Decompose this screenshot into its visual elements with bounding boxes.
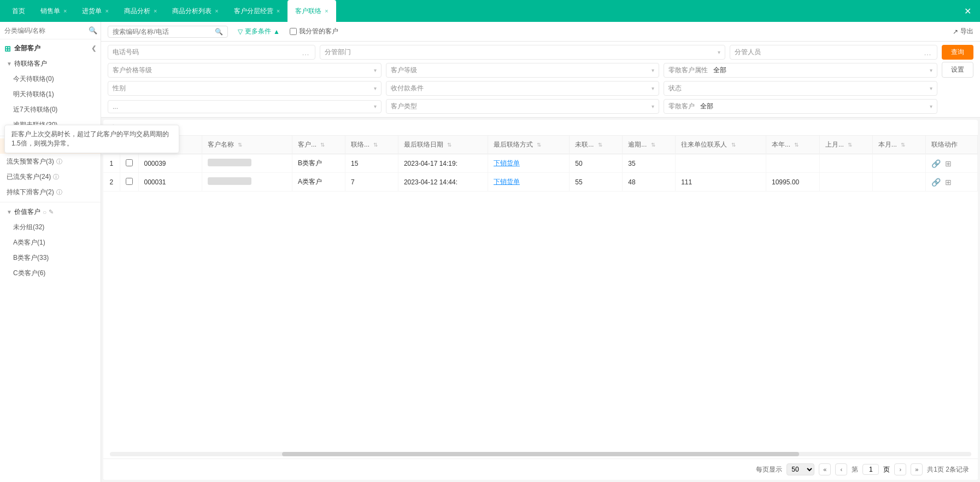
cell-checkbox-2[interactable] [120, 173, 138, 191]
th-contact-person[interactable]: 往来单位联系人 ⇅ [676, 136, 766, 154]
th-overdue[interactable]: 逾期... ⇅ [623, 136, 676, 154]
close-contact-tab[interactable]: × [325, 8, 328, 14]
table-scroll-wrapper[interactable]: 客户编码 ⇅ 客户名称 ⇅ 客户... ⇅ [103, 136, 978, 451]
tab-customer-segment[interactable]: 客户分层经营 × [226, 0, 287, 22]
horizontal-scrollbar[interactable] [110, 452, 971, 456]
filter-retail-customer[interactable]: 零散客户 全部 ▾ [664, 99, 937, 114]
th-this-month[interactable]: 本月... ⇅ [872, 136, 925, 154]
th-contact[interactable]: 联络... ⇅ [345, 136, 398, 154]
filter-manager[interactable]: 分管人员 … [730, 45, 937, 60]
filter-retail-attr[interactable]: 零散客户属性 全部 ▾ [664, 63, 937, 78]
prev-page-button[interactable]: ‹ [835, 463, 847, 475]
grid-icon: ⊞ [4, 44, 11, 53]
all-customers-header[interactable]: ⊞ 全部客户 ❮ [0, 39, 101, 55]
th-last-date[interactable]: 最后联络日期 ⇅ [398, 136, 488, 154]
close-analysis-tab[interactable]: × [154, 8, 157, 14]
action-link-icon-2[interactable]: 🔗 [931, 178, 941, 187]
declining-item[interactable]: 持续下滑客户(2) ⓘ [0, 184, 101, 200]
lost-item[interactable]: 已流失客户(24) ⓘ [0, 169, 101, 184]
sidebar-item-ungrouped[interactable]: 未分组(32) [0, 219, 101, 235]
tab-purchase[interactable]: 进货单 × [74, 0, 116, 22]
cell-checkbox-1[interactable] [120, 154, 138, 173]
tab-analysis[interactable]: 商品分析 × [116, 0, 165, 22]
filter-dept[interactable]: 分管部门 ▾ [320, 45, 725, 60]
blurred-name-2 [208, 177, 251, 185]
row2-checkbox[interactable] [126, 178, 133, 185]
scrollbar-thumb[interactable] [282, 452, 799, 456]
first-page-button[interactable]: « [819, 463, 831, 475]
close-purchase-tab[interactable]: × [105, 8, 108, 14]
my-customer-checkbox[interactable] [290, 28, 297, 35]
name-sort-icon: ⇅ [238, 142, 242, 148]
tooltip-box: 距客户上次交易时长，超过了此客户的平均交易周期的1.5倍，则视为异常。 [4, 125, 179, 153]
filter-price-level[interactable]: 客户价格等级 ▾ [108, 63, 382, 78]
pending-contact-header[interactable]: ▼ 待联络客户 [0, 56, 101, 71]
retail-attr-dropdown-icon: ▾ [930, 67, 932, 73]
next-page-button[interactable]: › [894, 463, 906, 475]
filter-dots[interactable]: ... ▾ [108, 100, 382, 113]
th-last-month[interactable]: 上月... ⇅ [819, 136, 872, 154]
filter-payment[interactable]: 收付款条件 ▾ [386, 81, 660, 96]
link-method-1[interactable]: 下销货单 [494, 159, 520, 167]
tab-customer-contact[interactable]: 客户联络 × [287, 0, 336, 22]
value-arrow-icon: ▼ [7, 209, 12, 215]
lost-warning-info-icon: ⓘ [56, 157, 62, 166]
sidebar-item-7days[interactable]: 近7天待联络(0) [0, 102, 101, 117]
cell-last-month-2 [819, 173, 872, 191]
th-name[interactable]: 客户名称 ⇅ [202, 136, 292, 154]
filter-customer-type[interactable]: 客户类型 ▾ [386, 99, 660, 114]
cell-last-method-1[interactable]: 下销货单 [488, 154, 570, 173]
value-customer-header[interactable]: ▼ 价值客户 ○ ✎ [0, 205, 101, 219]
sidebar-item-class-c[interactable]: C类客户(6) [0, 265, 101, 281]
tab-sales[interactable]: 销售单 × [33, 0, 74, 22]
page-number-input[interactable] [862, 464, 879, 475]
sidebar-item-today[interactable]: 今天待联络(0) [0, 71, 101, 86]
filter-customer-level[interactable]: 客户等级 ▾ [386, 63, 660, 78]
th-year[interactable]: 本年... ⇅ [766, 136, 820, 154]
sidebar-item-tomorrow[interactable]: 明天待联络(1) [0, 86, 101, 102]
arrow-icon: ▼ [7, 61, 12, 67]
close-segment-tab[interactable]: × [277, 8, 280, 14]
top-navigation: 首页 销售单 × 进货单 × 商品分析 × 商品分析列表 × 客户分层经营 × … [0, 0, 980, 22]
th-last-method[interactable]: 最后联络方式 ⇅ [488, 136, 570, 154]
sidebar-search-icon[interactable]: 🔍 [89, 26, 97, 34]
close-analysis-list-tab[interactable]: × [215, 8, 218, 14]
sidebar-item-class-a[interactable]: A类客户(1) [0, 235, 101, 250]
filter-gender[interactable]: 性别 ▾ [108, 81, 382, 96]
global-close-button[interactable]: ✕ [964, 6, 971, 16]
cell-action-2: 🔗 ⊞ [925, 173, 977, 191]
th-level[interactable]: 客户... ⇅ [292, 136, 345, 154]
cell-num-2: 2 [103, 173, 120, 191]
my-customer-checkbox-wrapper[interactable]: 我分管的客户 [290, 27, 338, 36]
last-page-button[interactable]: » [911, 463, 923, 475]
sidebar-search-input[interactable] [4, 27, 86, 34]
filter-search-input[interactable] [113, 28, 213, 36]
link-method-2[interactable]: 下销货单 [494, 178, 520, 185]
sidebar-item-class-b[interactable]: B类客户(33) [0, 250, 101, 265]
page-size-select[interactable]: 50 20 100 [787, 463, 814, 475]
status-dropdown-icon: ▾ [930, 85, 932, 91]
close-sales-tab[interactable]: × [63, 8, 67, 14]
value-customer-edit-icon[interactable]: ✎ [49, 208, 54, 216]
filter-row-3: 性别 ▾ 收付款条件 ▾ 状态 ▾ [108, 81, 937, 96]
more-filter-button[interactable]: ▽ 更多条件 ▲ [234, 25, 283, 38]
sidebar-body: ⊞ 全部客户 ❮ ▼ 待联络客户 今天待联络(0) 明天待联络(1) 近7天待联… [0, 39, 101, 482]
tab-analysis-list[interactable]: 商品分析列表 × [165, 0, 226, 22]
th-not-contacted[interactable]: 未联... ⇅ [570, 136, 623, 154]
export-button[interactable]: ↗ 导出 [953, 27, 973, 36]
action-grid-icon-1[interactable]: ⊞ [945, 159, 952, 168]
filter-search-icon[interactable]: 🔍 [215, 28, 223, 36]
filter-status[interactable]: 状态 ▾ [664, 81, 937, 96]
tab-home[interactable]: 首页 [4, 0, 33, 22]
action-link-icon-1[interactable]: 🔗 [931, 159, 941, 168]
row1-checkbox[interactable] [126, 159, 133, 166]
export-icon: ↗ [953, 28, 958, 36]
last-method-sort-icon: ⇅ [537, 142, 541, 148]
lost-warning-item[interactable]: 流失预警客户(3) ⓘ [0, 154, 101, 169]
filter-phone[interactable]: 电话号码 … [108, 45, 315, 60]
settings-button[interactable]: 设置 [942, 62, 973, 78]
action-grid-icon-2[interactable]: ⊞ [945, 178, 952, 187]
cell-last-method-2[interactable]: 下销货单 [488, 173, 570, 191]
query-button[interactable]: 查询 [942, 45, 973, 60]
table-area: ⚙ 客户编码 ⇅ [103, 120, 978, 480]
